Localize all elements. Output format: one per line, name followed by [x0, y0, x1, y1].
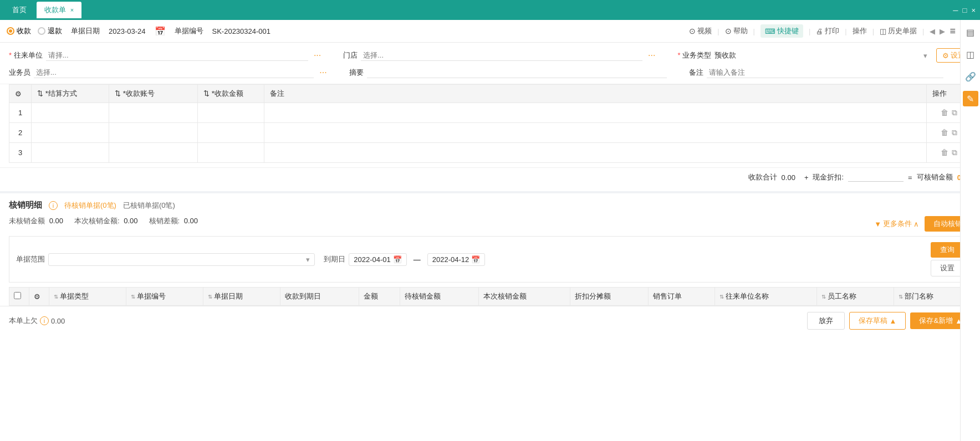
- row-3-remark[interactable]: [264, 143, 927, 163]
- row-2-copy-icon[interactable]: ⧉: [952, 128, 957, 137]
- right-panel-icon-1[interactable]: ▤: [963, 24, 978, 40]
- store-more-icon[interactable]: ···: [648, 50, 655, 60]
- staff-more-icon[interactable]: ···: [319, 68, 326, 78]
- action-history[interactable]: ◫ 历史单据: [880, 26, 917, 36]
- query-button[interactable]: 查询: [931, 242, 964, 258]
- nav-tab-close-icon[interactable]: ×: [70, 7, 74, 13]
- reconcile-info-icon[interactable]: i: [49, 201, 58, 210]
- diff-label: 核销差额: 0.00: [149, 216, 198, 226]
- partner-input[interactable]: [46, 50, 308, 61]
- bottom-col-settings-header[interactable]: ⚙: [29, 288, 49, 306]
- calendar-to-icon[interactable]: 📅: [471, 255, 480, 264]
- save-draft-chevron-icon[interactable]: ▲: [890, 317, 897, 325]
- nav-tab-receipt[interactable]: 收款单 ×: [37, 2, 81, 18]
- row-1-amount[interactable]: [198, 103, 264, 123]
- nav-left-icon[interactable]: ◀: [930, 27, 935, 35]
- date-from-input[interactable]: 2022-04-01 📅: [349, 253, 407, 266]
- row-2-account[interactable]: [109, 123, 198, 143]
- row-1-copy-icon[interactable]: ⧉: [952, 108, 957, 117]
- table-settings-icon[interactable]: ⚙: [15, 90, 22, 98]
- bottom-settings-icon[interactable]: ⚙: [34, 293, 40, 301]
- layout-icon[interactable]: ≡: [950, 25, 956, 37]
- action-video[interactable]: ⊙ 视频: [689, 26, 712, 36]
- range-select[interactable]: ▾: [48, 253, 315, 266]
- action-print[interactable]: 🖨 打印: [816, 26, 839, 36]
- row-2-remark[interactable]: [264, 123, 927, 143]
- col-settings-header[interactable]: ⚙: [9, 85, 32, 103]
- radio-receive[interactable]: 收款: [7, 26, 31, 36]
- row-3-copy-icon[interactable]: ⧉: [952, 148, 957, 157]
- sort-partner-icon: ⇅: [719, 294, 724, 300]
- date-to-input[interactable]: 2022-04-12 📅: [427, 253, 486, 266]
- nav-right-icon[interactable]: ▶: [940, 27, 945, 35]
- row-2-delete-icon[interactable]: 🗑: [941, 128, 948, 137]
- partner-more-icon[interactable]: ···: [314, 50, 321, 60]
- row-3-account[interactable]: [109, 143, 198, 163]
- bottom-table-section: ⚙ ⇅ 单据类型 ⇅ 单据编号 ⇅ 单据日期: [9, 287, 971, 306]
- bottom-col-staff-header: ⇅ 员工名称: [816, 288, 894, 306]
- right-panel: ▤ ◫ 🔗 ✎: [960, 20, 980, 441]
- col-remark-header: 备注: [264, 85, 927, 103]
- receipt-table: ⚙ ⇅ *结算方式 ⇅ *收款账号 ⇅ *收款金额 备注: [9, 84, 971, 163]
- store-label: 门店: [343, 50, 358, 60]
- minimize-icon[interactable]: ─: [953, 6, 958, 14]
- summary-input[interactable]: [367, 67, 667, 78]
- remark-label: 备注: [689, 68, 703, 78]
- close-icon[interactable]: ×: [971, 6, 976, 14]
- store-input[interactable]: [361, 50, 642, 61]
- bottom-col-check-header[interactable]: [9, 288, 29, 306]
- action-ops[interactable]: 操作: [853, 26, 867, 36]
- remark-input[interactable]: [707, 67, 943, 78]
- tab-pending[interactable]: 待核销单据(0笔): [64, 201, 116, 211]
- action-help[interactable]: ⊙ 帮助: [725, 26, 748, 36]
- this-amount-label: 本次核销金额: 0.00: [74, 216, 138, 226]
- staff-input[interactable]: [34, 67, 314, 78]
- abandon-button[interactable]: 放弃: [807, 312, 845, 330]
- right-panel-icon-2[interactable]: ◫: [963, 47, 978, 62]
- biztype-label: 业务类型: [677, 50, 711, 60]
- nav-tab-home[interactable]: 首页: [4, 2, 34, 18]
- radio-refund[interactable]: 退款: [38, 26, 62, 36]
- sort-icon: ⇅: [203, 89, 210, 98]
- radio-receive-circle: [7, 27, 14, 35]
- row-2-amount[interactable]: [198, 123, 264, 143]
- row-3-delete-icon[interactable]: 🗑: [941, 148, 948, 157]
- reconcile-info-row: 未核销金额 0.00 本次核销金额: 0.00 核销差额: 0.00: [9, 216, 198, 226]
- reconcile-header: 核销明细 i 待核销单据(0笔) 已核销单据(0笔): [9, 200, 971, 211]
- action-shortcut[interactable]: ⌨ 快捷键: [760, 24, 803, 38]
- row-1-remark[interactable]: [264, 103, 927, 123]
- row-2-method[interactable]: [32, 123, 109, 143]
- row-1-account[interactable]: [109, 103, 198, 123]
- row-3-amount[interactable]: [198, 143, 264, 163]
- row-1-delete-icon[interactable]: 🗑: [941, 108, 948, 117]
- form-row-2: 业务员 ··· 摘要 备注: [9, 67, 971, 78]
- row-3-method[interactable]: [32, 143, 109, 163]
- toolbar-row: 收款 退款 单据日期 2023-03-24 📅 单据编号 SK-20230324…: [0, 20, 980, 43]
- right-panel-icon-4[interactable]: ✎: [963, 91, 978, 106]
- bottom-info-icon[interactable]: i: [40, 316, 49, 325]
- reconcile-section: 核销明细 i 待核销单据(0笔) 已核销单据(0笔) 未核销金额 0.00 本次…: [0, 191, 980, 306]
- bottom-info: 本单上欠 i 0.00: [9, 316, 65, 326]
- range-filter: 单据范围 ▾: [16, 253, 315, 266]
- calendar-from-icon[interactable]: 📅: [393, 255, 402, 264]
- bottom-col-discount-header: 折扣分摊额: [570, 288, 649, 306]
- partner-field: 往来单位 ···: [9, 50, 321, 61]
- staff-field: 业务员 ···: [9, 67, 327, 78]
- calendar-icon[interactable]: 📅: [155, 26, 166, 37]
- date-label: 单据日期: [71, 26, 100, 36]
- discount-label: 现金折扣:: [813, 172, 844, 182]
- table-row: 3 🗑 ⧉: [9, 143, 971, 163]
- biztype-dropdown-icon[interactable]: ▾: [923, 52, 927, 60]
- save-draft-button[interactable]: 保存草稿 ▲: [849, 312, 906, 330]
- maximize-icon[interactable]: □: [963, 6, 967, 14]
- row-3-num: 3: [9, 143, 32, 163]
- filter-settings-button[interactable]: 设置: [931, 260, 964, 276]
- tab-done[interactable]: 已核销单据(0笔): [123, 201, 175, 211]
- table-row: 2 🗑 ⧉: [9, 123, 971, 143]
- plus-sign: +: [804, 173, 809, 182]
- discount-input[interactable]: [848, 173, 904, 182]
- row-1-method[interactable]: [32, 103, 109, 123]
- more-filter-link[interactable]: ▼ 更多条件 ∧: [874, 219, 919, 229]
- select-all-checkbox[interactable]: [14, 292, 21, 299]
- right-panel-icon-3[interactable]: 🔗: [963, 69, 978, 84]
